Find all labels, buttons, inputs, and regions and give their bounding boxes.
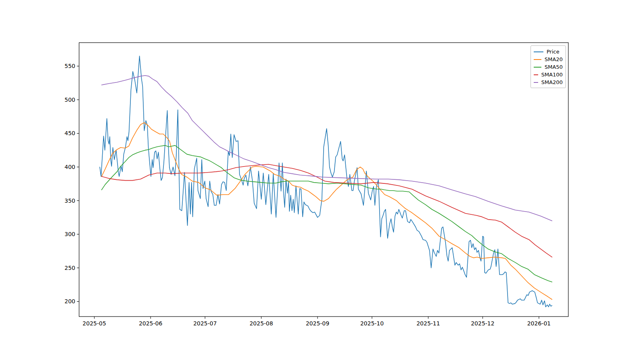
y-tick-label: 550 bbox=[64, 63, 75, 69]
y-tick-label: 250 bbox=[64, 265, 75, 271]
x-tick-label: 2025-10 bbox=[360, 320, 384, 327]
legend: PriceSMA20SMA50SMA100SMA200 bbox=[530, 45, 566, 88]
series-line-sma100 bbox=[101, 165, 552, 257]
legend-item-sma50: SMA50 bbox=[534, 63, 563, 71]
legend-label: SMA200 bbox=[541, 80, 563, 85]
legend-label: SMA100 bbox=[541, 72, 563, 77]
legend-line-swatch bbox=[534, 74, 538, 75]
y-tick-label: 200 bbox=[64, 298, 75, 304]
legend-item-price: Price bbox=[534, 48, 563, 56]
legend-line-swatch bbox=[534, 51, 543, 52]
y-tick-label: 300 bbox=[64, 231, 75, 237]
x-tick-label: 2025-09 bbox=[306, 320, 330, 327]
legend-item-sma200: SMA200 bbox=[534, 78, 563, 86]
legend-item-sma20: SMA20 bbox=[534, 56, 563, 63]
x-tick-label: 2025-05 bbox=[83, 320, 106, 327]
legend-line-swatch bbox=[534, 82, 538, 83]
x-tick-label: 2025-07 bbox=[193, 320, 217, 327]
legend-label: SMA50 bbox=[545, 64, 563, 70]
y-tick-label: 500 bbox=[64, 97, 75, 103]
x-tick-label: 2026-01 bbox=[527, 320, 551, 327]
plot-frame bbox=[79, 43, 569, 317]
x-tick-label: 2025-11 bbox=[417, 320, 440, 327]
legend-line-swatch bbox=[534, 67, 541, 68]
legend-item-sma100: SMA100 bbox=[534, 71, 563, 78]
legend-label: SMA20 bbox=[545, 57, 563, 62]
series-line-sma20 bbox=[101, 123, 552, 300]
y-tick-label: 450 bbox=[64, 130, 75, 136]
legend-line-swatch bbox=[534, 59, 541, 60]
matplotlib-figure: 2025-052025-062025-072025-082025-092025-… bbox=[0, 0, 644, 362]
series-line-sma200 bbox=[101, 76, 552, 221]
x-tick-label: 2025-06 bbox=[139, 320, 163, 327]
legend-label: Price bbox=[547, 49, 559, 54]
x-tick-label: 2025-08 bbox=[250, 320, 273, 327]
y-tick-label: 400 bbox=[64, 164, 75, 170]
y-tick-label: 350 bbox=[64, 197, 75, 204]
x-tick-label: 2025-12 bbox=[471, 320, 495, 327]
